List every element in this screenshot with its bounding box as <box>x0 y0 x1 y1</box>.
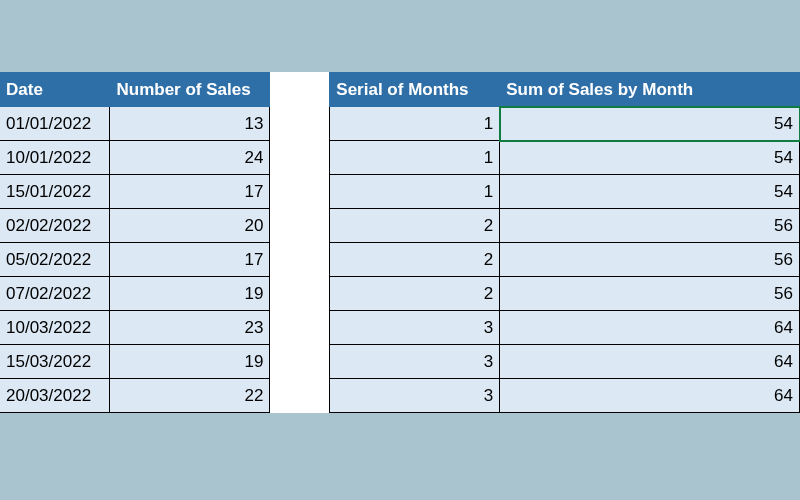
cell-date[interactable]: 15/01/2022 <box>0 175 110 209</box>
spacer-cell <box>270 243 330 277</box>
table-row: 02/02/2022 20 2 56 <box>0 209 800 243</box>
table-row: 15/01/2022 17 1 54 <box>0 175 800 209</box>
header-sales[interactable]: Number of Sales <box>110 73 270 107</box>
spreadsheet-area: Date Number of Sales Serial of Months Su… <box>0 72 800 413</box>
cell-serial[interactable]: 3 <box>330 345 500 379</box>
cell-sum[interactable]: 56 <box>500 209 800 243</box>
cell-sum[interactable]: 56 <box>500 243 800 277</box>
cell-sum[interactable]: 56 <box>500 277 800 311</box>
cell-sales[interactable]: 24 <box>110 141 270 175</box>
cell-sales[interactable]: 19 <box>110 277 270 311</box>
cell-sum[interactable]: 54 <box>500 175 800 209</box>
cell-serial[interactable]: 3 <box>330 311 500 345</box>
header-date[interactable]: Date <box>0 73 110 107</box>
header-sum[interactable]: Sum of Sales by Month <box>500 73 800 107</box>
spacer-cell <box>270 107 330 141</box>
cell-sales[interactable]: 13 <box>110 107 270 141</box>
spacer-cell <box>270 209 330 243</box>
spacer-cell <box>270 141 330 175</box>
cell-date[interactable]: 20/03/2022 <box>0 379 110 413</box>
cell-serial[interactable]: 1 <box>330 175 500 209</box>
cell-sum[interactable]: 64 <box>500 311 800 345</box>
cell-sales[interactable]: 23 <box>110 311 270 345</box>
table-row: 10/01/2022 24 1 54 <box>0 141 800 175</box>
cell-date[interactable]: 05/02/2022 <box>0 243 110 277</box>
cell-sum[interactable]: 64 <box>500 345 800 379</box>
cell-serial[interactable]: 2 <box>330 277 500 311</box>
spacer-cell <box>270 175 330 209</box>
cell-sales[interactable]: 17 <box>110 175 270 209</box>
header-row: Date Number of Sales Serial of Months Su… <box>0 73 800 107</box>
cell-serial[interactable]: 2 <box>330 209 500 243</box>
spacer-cell <box>270 345 330 379</box>
cell-sales[interactable]: 17 <box>110 243 270 277</box>
cell-date[interactable]: 01/01/2022 <box>0 107 110 141</box>
spacer-cell <box>270 311 330 345</box>
spacer-cell <box>270 379 330 413</box>
cell-sum[interactable]: 54 <box>500 141 800 175</box>
spacer-cell <box>270 277 330 311</box>
cell-sales[interactable]: 20 <box>110 209 270 243</box>
table-body: 01/01/2022 13 1 54 10/01/2022 24 1 54 15… <box>0 107 800 413</box>
table-row: 07/02/2022 19 2 56 <box>0 277 800 311</box>
table-row: 10/03/2022 23 3 64 <box>0 311 800 345</box>
table-row: 01/01/2022 13 1 54 <box>0 107 800 141</box>
spacer-header <box>270 73 330 107</box>
cell-date[interactable]: 15/03/2022 <box>0 345 110 379</box>
cell-sum[interactable]: 64 <box>500 379 800 413</box>
table-row: 15/03/2022 19 3 64 <box>0 345 800 379</box>
cell-date[interactable]: 10/01/2022 <box>0 141 110 175</box>
cell-serial[interactable]: 1 <box>330 107 500 141</box>
header-serial[interactable]: Serial of Months <box>330 73 500 107</box>
cell-sum-selected[interactable]: 54 <box>500 107 800 141</box>
cell-date[interactable]: 02/02/2022 <box>0 209 110 243</box>
table-row: 20/03/2022 22 3 64 <box>0 379 800 413</box>
cell-sales[interactable]: 19 <box>110 345 270 379</box>
cell-serial[interactable]: 3 <box>330 379 500 413</box>
cell-date[interactable]: 07/02/2022 <box>0 277 110 311</box>
cell-serial[interactable]: 2 <box>330 243 500 277</box>
cell-sales[interactable]: 22 <box>110 379 270 413</box>
cell-date[interactable]: 10/03/2022 <box>0 311 110 345</box>
cell-serial[interactable]: 1 <box>330 141 500 175</box>
data-table: Date Number of Sales Serial of Months Su… <box>0 72 800 413</box>
table-row: 05/02/2022 17 2 56 <box>0 243 800 277</box>
